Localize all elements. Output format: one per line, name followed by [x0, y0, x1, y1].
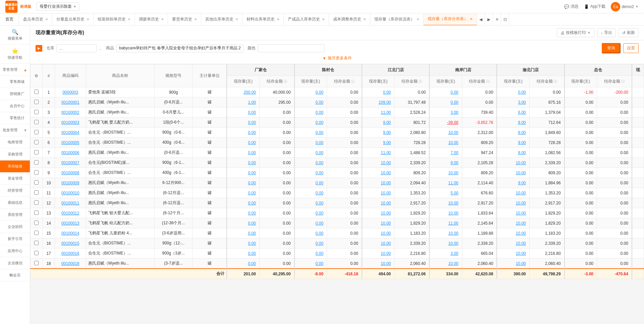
sidebar-item-retail-stats[interactable]: 零售统计 — [0, 112, 30, 124]
cell-total-amt: 0.00 — [597, 107, 632, 118]
sidebar-item-member[interactable]: 会员中心 — [0, 100, 30, 112]
tab-close-icon[interactable]: ✕ — [194, 17, 197, 21]
cell-w1-qty: 0.00 — [227, 208, 259, 218]
message-btn[interactable]: 💬 消息 — [564, 4, 579, 9]
cell-checkbox[interactable] — [31, 168, 43, 178]
cell-checkbox[interactable] — [31, 218, 43, 228]
tab-close-icon[interactable]: ✕ — [128, 17, 130, 21]
tab-prev-btn[interactable]: ◀ — [477, 13, 485, 26]
tab-kuzhuangkuang[interactable]: 现存量（库存状况表） ✕ — [370, 13, 424, 26]
cell-checkbox[interactable] — [31, 188, 43, 198]
sidebar-item-retail[interactable]: 零售管理 ▲ — [0, 64, 30, 76]
tab-fenpan[interactable]: 分量盘点单历史 ✕ — [52, 13, 94, 26]
col-setting[interactable]: ⚙ — [31, 64, 43, 87]
cell-checkbox[interactable] — [31, 148, 43, 158]
tab-home[interactable]: 首页 — [0, 13, 19, 26]
tab-qita[interactable]: 其他出库单历史 ✕ — [201, 13, 243, 26]
tab-diaopo[interactable]: 调拨单历史 ✕ — [135, 13, 168, 26]
tab-yaohuo[interactable]: 要货单历史 ✕ — [168, 13, 201, 26]
cell-checkbox[interactable] — [31, 259, 43, 269]
cell-w2-qty: 0.00 — [294, 168, 327, 178]
tab-close-icon[interactable]: ✕ — [417, 17, 419, 21]
cell-checkbox[interactable] — [31, 198, 43, 208]
sidebar-item-collab[interactable]: 企业协同 — [0, 221, 30, 233]
expand-conditions-btn[interactable]: ▼ 展开更多条件 — [322, 55, 352, 61]
cell-extra — [632, 208, 644, 218]
cell-code: 00100011 — [55, 198, 86, 208]
tab-chancheng[interactable]: 产成品入库单历史 ✕ — [284, 13, 329, 26]
cell-checkbox[interactable] — [31, 118, 43, 128]
cell-w3-amt: 31,797.48 — [394, 97, 429, 107]
col-group-current: 现 — [632, 64, 644, 76]
sidebar-item-purchase[interactable]: 采购管理 — [0, 148, 30, 160]
cell-w3-qty: 9.00 — [362, 118, 394, 128]
sum-w3-qty: 494.00 — [362, 269, 394, 279]
cell-checkbox[interactable] — [31, 208, 43, 218]
tab-close-icon[interactable]: ✕ — [277, 17, 279, 21]
cell-total-qty: 0.00 — [565, 128, 597, 138]
cell-checkbox[interactable] — [31, 238, 43, 248]
refresh-btn[interactable]: ↺ 刷新 — [619, 28, 639, 37]
sidebar-item-nav[interactable]: ⭐ 快捷导航 — [0, 45, 30, 64]
cell-idx: 18 — [43, 259, 55, 269]
sidebar-item-inventory[interactable]: 库存核算 — [0, 160, 30, 173]
cell-checkbox[interactable] — [31, 178, 43, 188]
sidebar-item-guide[interactable]: 新手引导 — [0, 233, 30, 245]
color-label: 颜色 — [248, 45, 256, 51]
sidebar-item-management[interactable]: 经营管理 — [0, 185, 30, 197]
tab-chengben[interactable]: 成本调整单历史 ✕ — [329, 13, 370, 26]
app-download-btn[interactable]: 📱 App下载 — [584, 4, 605, 9]
sidebar-item-finance[interactable]: 资金管理 — [0, 173, 30, 185]
sidebar-item-vip[interactable]: 畅会员 — [0, 269, 30, 281]
tab-cailiao[interactable]: 材料出库单历史 ✕ — [243, 13, 284, 26]
sidebar-item-wechat[interactable]: 企业微信 — [0, 257, 30, 269]
warehouse-input[interactable] — [56, 44, 97, 52]
sidebar-item-retail-mall[interactable]: 零售商城 — [0, 76, 30, 88]
tab-close-icon[interactable]: ✕ — [87, 17, 89, 21]
info-icon2: ⓘ — [351, 80, 355, 83]
cell-w2-amt: 0.00 — [327, 118, 362, 128]
sidebar-item-search[interactable]: 🔍 搜索英单 — [0, 26, 30, 45]
sidebar-item-wholesale[interactable]: 批发管理 ▼ — [0, 124, 30, 136]
table-row: 18 00100018 惠氏启赋（Wyeth illu... (3-7岁适...… — [31, 259, 644, 269]
tab-close-icon[interactable]: ✕ — [161, 17, 164, 21]
cell-name: 合生元（BIOSTIME）... — [86, 238, 154, 248]
tab-next-btn[interactable]: ▶ — [485, 13, 493, 26]
sidebar-item-appstore[interactable]: 应用中心 — [0, 245, 30, 257]
cell-checkbox[interactable] — [31, 97, 43, 107]
color-input[interactable] — [258, 44, 325, 52]
page-actions: 🖨 按模板打印 ▼ ↓ 导出 ↺ 刷新 — [557, 28, 639, 37]
tab-close-icon[interactable]: ✕ — [322, 17, 325, 21]
cell-checkbox[interactable] — [31, 248, 43, 259]
cell-checkbox[interactable] — [31, 158, 43, 168]
tab-close-icon[interactable]: ✕ — [45, 17, 48, 21]
settings-btn[interactable]: 设置 — [623, 43, 639, 53]
sidebar-item-ecommerce[interactable]: 电商管理 — [0, 136, 30, 148]
cell-checkbox[interactable] — [31, 228, 43, 238]
tab-close-icon[interactable]: ✕ — [235, 17, 238, 21]
sidebar-item-system[interactable]: 系统管理 — [0, 209, 30, 221]
tab-pandian[interactable]: 盘点单历史 ✕ — [19, 13, 52, 26]
tab-close-icon[interactable]: ✕ — [363, 17, 366, 21]
tab-close-all-btn[interactable]: ✕ — [493, 13, 501, 26]
tab-close-icon[interactable]: ✕ — [470, 17, 473, 21]
tab-kufenbu[interactable]: 现存量（库存分布表） ✕ — [424, 13, 477, 26]
cell-checkbox[interactable] — [31, 138, 43, 148]
company-selector[interactable]: 母婴行业演示陈套 ▼ — [37, 2, 79, 11]
goods-input[interactable] — [116, 44, 244, 52]
cell-checkbox[interactable] — [31, 128, 43, 138]
user-area[interactable]: Ea demo2 ▼ — [611, 2, 639, 11]
tab-zuhe[interactable]: 组装拆卸单历史 ✕ — [94, 13, 135, 26]
tab-expand-btn[interactable]: ⊡ — [501, 13, 509, 26]
print-btn[interactable]: 🖨 按模板打印 ▼ — [557, 28, 594, 37]
cell-checkbox[interactable] — [31, 107, 43, 118]
collapse-btn[interactable]: ▶ — [36, 45, 42, 52]
cell-w4-amt: 2,917.20 — [462, 198, 497, 208]
sidebar-item-marketing[interactable]: 营销推广 — [0, 88, 30, 100]
export-btn[interactable]: ↓ 导出 — [597, 28, 616, 37]
sidebar-item-basic[interactable]: 基础信息 — [0, 197, 30, 209]
cell-checkbox[interactable] — [31, 87, 43, 97]
sum-w1-amt: 40,295.00 — [259, 269, 294, 279]
info-icon6: ⓘ — [621, 80, 625, 83]
query-btn[interactable]: 查询 — [602, 43, 621, 53]
